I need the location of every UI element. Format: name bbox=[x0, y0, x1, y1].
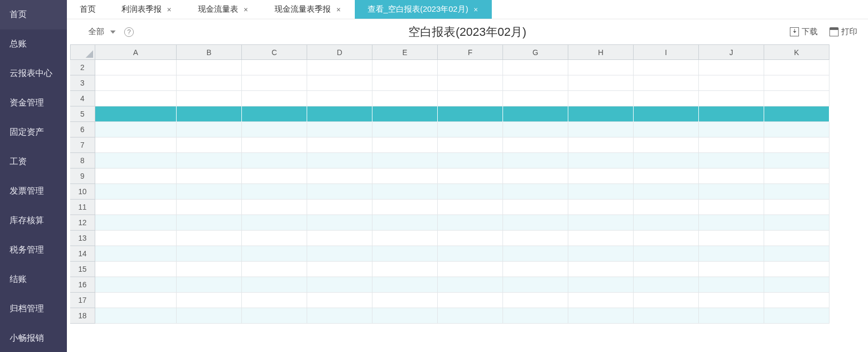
cell-D11[interactable] bbox=[307, 200, 372, 215]
cell-J9[interactable] bbox=[699, 169, 764, 184]
cell-D17[interactable] bbox=[307, 293, 372, 308]
cell-K4[interactable] bbox=[764, 91, 829, 106]
col-header-J[interactable]: J bbox=[699, 44, 764, 60]
cell-I8[interactable] bbox=[634, 153, 699, 169]
cell-F6[interactable] bbox=[438, 122, 503, 137]
cell-B3[interactable] bbox=[177, 75, 242, 91]
cell-B13[interactable] bbox=[177, 231, 242, 246]
cell-A15[interactable] bbox=[95, 262, 177, 277]
row-header-7[interactable]: 7 bbox=[70, 137, 95, 153]
tab-3[interactable]: 现金流量表季报× bbox=[262, 0, 354, 19]
cell-E6[interactable] bbox=[372, 122, 438, 137]
cell-I14[interactable] bbox=[634, 246, 699, 262]
cell-B8[interactable] bbox=[177, 153, 242, 169]
col-header-B[interactable]: B bbox=[177, 44, 242, 60]
cell-D18[interactable] bbox=[307, 308, 372, 324]
row-header-15[interactable]: 15 bbox=[70, 262, 95, 277]
cell-B12[interactable] bbox=[177, 215, 242, 231]
cell-I18[interactable] bbox=[634, 308, 699, 324]
cell-K18[interactable] bbox=[764, 308, 829, 324]
cell-D10[interactable] bbox=[307, 184, 372, 200]
cell-H5[interactable] bbox=[568, 106, 634, 122]
cell-D6[interactable] bbox=[307, 122, 372, 137]
cell-I2[interactable] bbox=[634, 60, 699, 75]
cell-H4[interactable] bbox=[568, 91, 634, 106]
cell-A8[interactable] bbox=[95, 153, 177, 169]
cell-J5[interactable] bbox=[699, 106, 764, 122]
cell-I13[interactable] bbox=[634, 231, 699, 246]
cell-D8[interactable] bbox=[307, 153, 372, 169]
cell-K2[interactable] bbox=[764, 60, 829, 75]
cell-C2[interactable] bbox=[242, 60, 307, 75]
cell-B5[interactable] bbox=[177, 106, 242, 122]
cell-A16[interactable] bbox=[95, 277, 177, 293]
cell-D12[interactable] bbox=[307, 215, 372, 231]
cell-G2[interactable] bbox=[503, 60, 568, 75]
cell-G8[interactable] bbox=[503, 153, 568, 169]
sidebar-item-11[interactable]: 小畅报销 bbox=[0, 324, 67, 352]
cell-C5[interactable] bbox=[242, 106, 307, 122]
cell-H15[interactable] bbox=[568, 262, 634, 277]
cell-C3[interactable] bbox=[242, 75, 307, 91]
cell-J10[interactable] bbox=[699, 184, 764, 200]
cell-F13[interactable] bbox=[438, 231, 503, 246]
cell-D16[interactable] bbox=[307, 277, 372, 293]
cell-F5[interactable] bbox=[438, 106, 503, 122]
cell-B14[interactable] bbox=[177, 246, 242, 262]
cell-G13[interactable] bbox=[503, 231, 568, 246]
cell-E11[interactable] bbox=[372, 200, 438, 215]
row-header-16[interactable]: 16 bbox=[70, 277, 95, 293]
cell-C12[interactable] bbox=[242, 215, 307, 231]
cell-G14[interactable] bbox=[503, 246, 568, 262]
cell-B6[interactable] bbox=[177, 122, 242, 137]
cell-A18[interactable] bbox=[95, 308, 177, 324]
cell-K17[interactable] bbox=[764, 293, 829, 308]
cell-I16[interactable] bbox=[634, 277, 699, 293]
cell-H2[interactable] bbox=[568, 60, 634, 75]
cell-G9[interactable] bbox=[503, 169, 568, 184]
cell-C6[interactable] bbox=[242, 122, 307, 137]
cell-J17[interactable] bbox=[699, 293, 764, 308]
spreadsheet[interactable]: ABCDEFGHIJK23456789101112131415161718 bbox=[67, 44, 868, 352]
row-header-9[interactable]: 9 bbox=[70, 169, 95, 184]
cell-F15[interactable] bbox=[438, 262, 503, 277]
cell-D13[interactable] bbox=[307, 231, 372, 246]
cell-B7[interactable] bbox=[177, 137, 242, 153]
cell-K10[interactable] bbox=[764, 184, 829, 200]
sidebar-item-0[interactable]: 首页 bbox=[0, 0, 67, 29]
cell-B4[interactable] bbox=[177, 91, 242, 106]
filter-dropdown[interactable]: 全部 bbox=[88, 27, 116, 37]
cell-H14[interactable] bbox=[568, 246, 634, 262]
close-icon[interactable]: × bbox=[335, 6, 341, 13]
cell-B11[interactable] bbox=[177, 200, 242, 215]
cell-C16[interactable] bbox=[242, 277, 307, 293]
cell-K8[interactable] bbox=[764, 153, 829, 169]
cell-H7[interactable] bbox=[568, 137, 634, 153]
row-header-6[interactable]: 6 bbox=[70, 122, 95, 137]
row-header-10[interactable]: 10 bbox=[70, 184, 95, 200]
tab-4[interactable]: 查看_空白报表(2023年02月)× bbox=[355, 0, 492, 19]
cell-H8[interactable] bbox=[568, 153, 634, 169]
cell-F11[interactable] bbox=[438, 200, 503, 215]
cell-F16[interactable] bbox=[438, 277, 503, 293]
cell-A13[interactable] bbox=[95, 231, 177, 246]
cell-G12[interactable] bbox=[503, 215, 568, 231]
cell-I10[interactable] bbox=[634, 184, 699, 200]
col-header-K[interactable]: K bbox=[764, 44, 829, 60]
cell-I4[interactable] bbox=[634, 91, 699, 106]
cell-K15[interactable] bbox=[764, 262, 829, 277]
sidebar-item-4[interactable]: 固定资产 bbox=[0, 118, 67, 147]
cell-J8[interactable] bbox=[699, 153, 764, 169]
sidebar-item-3[interactable]: 资金管理 bbox=[0, 88, 67, 118]
cell-F8[interactable] bbox=[438, 153, 503, 169]
cell-I17[interactable] bbox=[634, 293, 699, 308]
cell-J13[interactable] bbox=[699, 231, 764, 246]
cell-A9[interactable] bbox=[95, 169, 177, 184]
cell-H13[interactable] bbox=[568, 231, 634, 246]
cell-H12[interactable] bbox=[568, 215, 634, 231]
cell-H11[interactable] bbox=[568, 200, 634, 215]
sheet-corner[interactable] bbox=[70, 44, 95, 60]
close-icon[interactable]: × bbox=[473, 6, 479, 13]
cell-A17[interactable] bbox=[95, 293, 177, 308]
row-header-18[interactable]: 18 bbox=[70, 308, 95, 324]
